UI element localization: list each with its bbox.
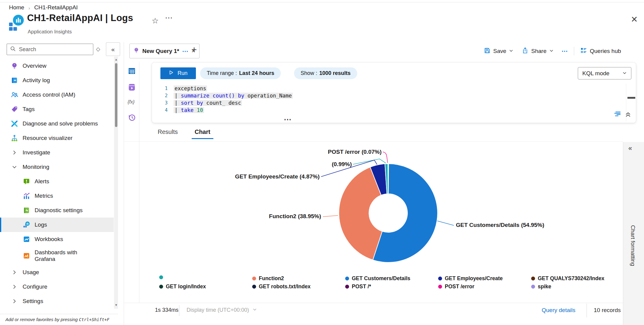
scroll-up-arrow-icon[interactable]: ▲ bbox=[115, 58, 118, 61]
chart-formatting-label[interactable]: Chart formatting bbox=[630, 225, 636, 266]
sidebar-item-diagnostic-settings[interactable]: Diagnostic settings bbox=[0, 203, 114, 218]
legend-item-spike[interactable]: spike bbox=[531, 283, 551, 290]
tables-pane-icon[interactable] bbox=[128, 67, 136, 75]
sidebar-item-tags[interactable]: Tags bbox=[0, 102, 114, 116]
more-actions-icon[interactable]: ⋯ bbox=[562, 48, 568, 55]
query-tab-more-icon[interactable]: ⋯ bbox=[182, 48, 188, 55]
legend-item-get-robots-txt-index[interactable]: GET robots.txt/Index bbox=[252, 283, 311, 290]
pie-slice-post-error[interactable] bbox=[388, 164, 389, 194]
chart-formatting-expand-icon[interactable]: « bbox=[628, 144, 632, 152]
sidebar-item-metrics[interactable]: Metrics bbox=[0, 189, 114, 203]
tab-results[interactable]: Results bbox=[158, 128, 178, 139]
top-divider bbox=[0, 2, 644, 2]
kql-code-editor[interactable]: 1exceptions2| summarize count() by opera… bbox=[152, 85, 615, 114]
sidebar-item-label: Settings bbox=[23, 298, 43, 305]
sidebar-item-diagnose-and-solve-problems[interactable]: Diagnose and solve problems bbox=[0, 116, 114, 131]
tab-chart[interactable]: Chart bbox=[192, 128, 213, 139]
callout-leader-line bbox=[437, 221, 454, 225]
legend-item-post-[interactable]: POST /* bbox=[345, 283, 371, 290]
kql-mode-value: KQL mode bbox=[582, 70, 609, 77]
chevron-down-icon bbox=[509, 48, 513, 54]
sidebar-item-label: Configure bbox=[23, 283, 47, 290]
new-tab-button[interactable]: + bbox=[191, 45, 197, 54]
favorite-star-icon[interactable]: ☆ bbox=[152, 16, 159, 26]
time-range-label: Time range : bbox=[207, 70, 237, 76]
code-line[interactable]: 2| summarize count() by operation_Name bbox=[152, 92, 615, 99]
legend-label: GET Customers/Details bbox=[352, 275, 410, 282]
line-number: 1 bbox=[152, 86, 174, 91]
run-button[interactable]: Run bbox=[160, 67, 196, 79]
kql-mode-select[interactable]: KQL mode bbox=[578, 67, 631, 79]
sidebar-item-configure[interactable]: Configure bbox=[0, 280, 114, 294]
legend-dot bbox=[531, 277, 535, 280]
share-button[interactable]: Share bbox=[522, 47, 554, 55]
legend-dot bbox=[345, 277, 349, 280]
sidebar-item-logs[interactable]: Logs bbox=[0, 218, 114, 232]
sidebar-item-usage[interactable]: Usage bbox=[0, 265, 114, 280]
search-input[interactable] bbox=[18, 46, 90, 53]
sidebar-item-alerts[interactable]: Alerts bbox=[0, 174, 114, 189]
code-line[interactable]: 4| take 10 bbox=[152, 107, 615, 114]
legend-dot bbox=[531, 285, 535, 289]
line-number: 2 bbox=[152, 93, 174, 98]
example-queries-icon[interactable] bbox=[128, 83, 136, 91]
chevron-down-icon bbox=[252, 307, 257, 313]
sidebar-item-activity-log[interactable]: Activity log bbox=[0, 73, 114, 88]
sidebar-item-overview[interactable]: Overview bbox=[0, 59, 114, 73]
page-title: CH1-RetailAppAI | Logs bbox=[27, 13, 133, 23]
sidebar-collapse-button[interactable]: « bbox=[106, 42, 120, 56]
legend-item-get-employees-create[interactable]: GET Employees/Create bbox=[438, 275, 503, 282]
legend-item-get-qualys730242-index[interactable]: GET QUALYS730242/Index bbox=[531, 275, 604, 282]
query-tab[interactable]: New Query 1* ⋯ ✕ bbox=[129, 44, 200, 58]
code-text: | take 10 bbox=[174, 107, 204, 113]
query-details-link[interactable]: Query details bbox=[542, 307, 575, 314]
minimap-indicator[interactable] bbox=[627, 97, 635, 99]
code-line[interactable]: 1exceptions bbox=[152, 85, 615, 92]
diagnostic-settings-icon bbox=[23, 207, 30, 214]
editor-resize-handle[interactable]: ⋯ bbox=[284, 115, 292, 124]
scroll-down-arrow-icon[interactable]: ▼ bbox=[115, 303, 118, 307]
legend-item-get-customers-details[interactable]: GET Customers/Details bbox=[345, 275, 410, 282]
title-more-icon[interactable]: ⋯ bbox=[165, 13, 173, 23]
sidebar-item-monitoring[interactable]: Monitoring bbox=[0, 160, 114, 174]
sidebar-item-settings[interactable]: Settings bbox=[0, 294, 114, 308]
share-label: Share bbox=[531, 48, 546, 54]
breadcrumb-current[interactable]: CH1-RetailAppAI bbox=[34, 4, 78, 11]
legend-item-function2[interactable]: Function2 bbox=[252, 275, 284, 282]
display-time-select[interactable]: Display time (UTC+00:00) bbox=[187, 307, 257, 313]
sidebar-item-resource-visualizer[interactable]: Resource visualizer bbox=[0, 131, 114, 145]
sidebar-item-workbooks[interactable]: Workbooks bbox=[0, 232, 114, 246]
callout-leader-line bbox=[323, 215, 338, 217]
sidebar-item-investigate[interactable]: Investigate bbox=[0, 145, 114, 160]
queries-hub-button[interactable]: Queries hub bbox=[580, 47, 621, 55]
save-icon bbox=[484, 47, 491, 55]
sidebar-item-dashboards-with-grafana[interactable]: Dashboards with Grafana bbox=[0, 246, 114, 265]
sidebar-item-label: Access control (IAM) bbox=[23, 91, 75, 98]
sidebar-search-box[interactable] bbox=[7, 44, 93, 55]
run-label: Run bbox=[178, 70, 187, 76]
status-divider bbox=[587, 304, 587, 317]
sidebar-sort-icon[interactable]: ◇ bbox=[96, 46, 100, 52]
breadcrumb-home-link[interactable]: Home bbox=[9, 4, 24, 11]
footer-hint-shortcut: Ctrl+Shift+F bbox=[79, 317, 109, 322]
sidebar-item-label: Diagnose and solve problems bbox=[23, 120, 98, 127]
legend-item-post-error[interactable]: POST /error bbox=[438, 283, 474, 290]
query-history-icon[interactable] bbox=[128, 113, 136, 122]
breadcrumb-separator: › bbox=[29, 5, 30, 11]
close-blade-icon[interactable]: ✕ bbox=[631, 14, 638, 24]
collapse-editor-icon[interactable] bbox=[625, 111, 631, 117]
code-text: | sort by count_ desc bbox=[174, 100, 242, 106]
sidebar-item-access-control-iam[interactable]: Access control (IAM) bbox=[0, 88, 114, 102]
save-button[interactable]: Save bbox=[484, 47, 513, 55]
legend-item-get-login-index[interactable]: GET login/Index bbox=[159, 283, 206, 290]
sidebar-scrollbar-thumb[interactable] bbox=[115, 63, 117, 127]
show-results-picker[interactable]: Show : 1000 results bbox=[294, 67, 357, 79]
pie-callout-label: POST /error (0.07%) bbox=[328, 149, 382, 155]
queries-hub-icon bbox=[580, 47, 587, 55]
functions-pane-icon[interactable]: {fx} bbox=[128, 99, 136, 108]
workbooks-icon bbox=[23, 236, 30, 243]
format-query-icon[interactable] bbox=[614, 111, 621, 117]
code-line[interactable]: 3| sort by count_ desc bbox=[152, 99, 615, 107]
legend-item-unnamed[interactable] bbox=[159, 275, 166, 279]
time-range-picker[interactable]: Time range : Last 24 hours bbox=[200, 67, 281, 79]
